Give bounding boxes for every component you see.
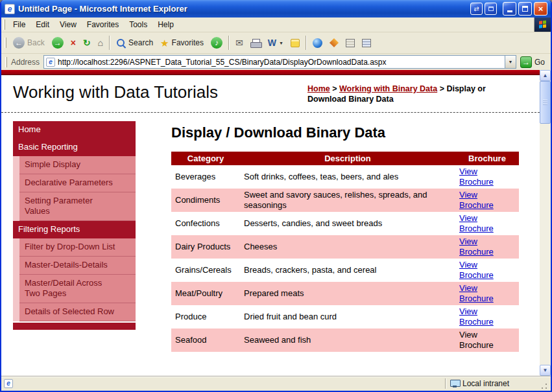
close-icon: × (538, 4, 544, 14)
stop-button[interactable]: × (67, 36, 79, 49)
title-bar[interactable]: e Untitled Page - Microsoft Internet Exp… (1, 0, 551, 17)
arrow-up-icon: ▲ (543, 73, 548, 78)
cell-category: Beverages (171, 165, 240, 189)
view-brochure-link[interactable]: View Brochure (459, 260, 497, 281)
sidebar-item-simple-display[interactable]: Simple Display (19, 156, 136, 174)
tools-grid-button[interactable] (359, 37, 374, 49)
toolbar-grip[interactable] (5, 38, 6, 48)
back-button[interactable]: ← Back (10, 35, 48, 51)
swap-arrows-icon: ⇄ (474, 5, 479, 12)
resize-grip[interactable] (540, 382, 548, 391)
bolt-icon (330, 38, 339, 47)
forward-button[interactable]: → (49, 35, 67, 51)
address-input[interactable]: e http://localhost:2296/ASPNET_Data_Tuto… (43, 55, 516, 69)
menu-item-edit[interactable]: Edit (30, 18, 54, 31)
table-row: CondimentsSweet and savory sauces, relis… (171, 189, 519, 212)
scroll-up-button[interactable]: ▲ (540, 70, 551, 81)
main-content: Display / Download Binary Data CategoryD… (171, 121, 519, 352)
sidebar-item-partial[interactable] (13, 323, 136, 330)
security-zone-label: Local intranet (462, 379, 509, 388)
menu-item-file[interactable]: File (8, 18, 30, 31)
cell-description: Soft drinks, coffees, teas, beers, and a… (240, 165, 455, 189)
scroll-down-button[interactable]: ▼ (540, 365, 551, 376)
toolbar-grip[interactable] (5, 57, 7, 67)
edit-with-word-button[interactable]: W ▼ (265, 36, 287, 49)
cell-brochure: View Brochure (455, 165, 519, 189)
sidebar-item-filtering-reports[interactable]: Filtering Reports (13, 221, 136, 238)
breadcrumb-link[interactable]: Home (307, 84, 330, 93)
web-page: Working with Data Tutorials Home > Worki… (1, 70, 540, 376)
sidebar-item-basic-reporting[interactable]: Basic Reporting (13, 139, 136, 156)
messenger-button[interactable] (309, 36, 326, 50)
breadcrumb-separator: > (330, 84, 339, 93)
mail-button[interactable]: ✉ (232, 36, 246, 49)
go-button[interactable]: → Go (516, 56, 549, 68)
address-label: Address (11, 58, 40, 67)
menu-item-tools[interactable]: Tools (124, 18, 152, 31)
media-button[interactable]: ♪ (208, 35, 226, 51)
arrow-down-icon: ▼ (543, 367, 548, 373)
home-button[interactable]: ⌂ (95, 36, 106, 49)
status-separator (445, 378, 446, 389)
media-icon: ♪ (211, 37, 222, 49)
view-brochure-link[interactable]: View Brochure (459, 190, 497, 211)
view-brochure-link[interactable]: View Brochure (459, 213, 497, 234)
favorites-star-icon: ★ (160, 38, 169, 48)
scroll-thumb[interactable] (540, 81, 551, 124)
print-button[interactable] (247, 37, 264, 49)
menu-bar: FileEditViewFavoritesToolsHelp (1, 17, 551, 32)
sidebar-item-master-details-details[interactable]: Master-Details-Details (19, 257, 136, 275)
minimize-button[interactable] (503, 2, 516, 16)
maximize-button[interactable] (518, 2, 532, 16)
favorites-button[interactable]: ★ Favorites (157, 36, 207, 50)
back-label: Back (27, 38, 45, 47)
close-button[interactable]: × (534, 2, 547, 16)
breadcrumb: Home > Working with Binary Data > Displa… (307, 84, 523, 104)
sidebar-item-filter-by-drop-down-list[interactable]: Filter by Drop-Down List (19, 238, 136, 257)
word-icon: W (268, 38, 276, 47)
cell-brochure: View Brochure (455, 235, 519, 259)
address-dropdown-button[interactable]: ▼ (505, 56, 516, 68)
sidebar-item-details-of-selected-row[interactable]: Details of Selected Row (19, 303, 136, 321)
sidebar-item-home[interactable]: Home (13, 121, 136, 139)
home-icon: ⌂ (98, 38, 103, 47)
discuss-button[interactable] (287, 37, 303, 49)
menu-item-help[interactable]: Help (152, 18, 179, 31)
search-button[interactable]: Search (113, 36, 156, 50)
vertical-scrollbar[interactable]: ▲ ▼ (540, 70, 551, 376)
cell-category: Dairy Products (171, 235, 240, 259)
calculator-icon (346, 39, 355, 47)
quick-launch-button[interactable] (326, 36, 342, 49)
windows-flag-icon (539, 20, 547, 29)
cell-category: Confections (171, 212, 240, 235)
minimize-icon (507, 10, 512, 12)
menu-item-favorites[interactable]: Favorites (82, 18, 124, 31)
table-row: Meat/PoultryPrepared meatsView Brochure (171, 282, 519, 305)
view-brochure-link[interactable]: View Brochure (459, 283, 497, 304)
print-icon (250, 39, 261, 47)
window-mode-button[interactable] (485, 3, 497, 15)
sidebar-item-master-detail-across-two-pages[interactable]: Master/Detail Across Two Pages (19, 275, 136, 303)
page-body: HomeBasic ReportingSimple DisplayDeclara… (1, 113, 540, 352)
sidebar-item-setting-parameter-values[interactable]: Setting Parameter Values (19, 192, 136, 221)
breadcrumb-link[interactable]: Working with Binary Data (339, 84, 437, 93)
favorites-label: Favorites (172, 38, 204, 47)
cell-brochure: View Brochure (455, 189, 519, 212)
menu-item-view[interactable]: View (54, 18, 82, 31)
refresh-button[interactable]: ↻ (80, 36, 94, 49)
toolbar-grip[interactable] (3, 19, 5, 30)
research-button[interactable] (342, 37, 358, 49)
view-brochure-link[interactable]: View Brochure (459, 236, 497, 257)
table-row: ProduceDried fruit and bean curdView Bro… (171, 305, 519, 329)
view-brochure-link[interactable]: View Brochure (459, 167, 497, 187)
globe-icon (313, 38, 322, 48)
address-bar: Address e http://localhost:2296/ASPNET_D… (1, 54, 551, 70)
cell-brochure: View Brochure (455, 305, 519, 329)
windows-throbber-icon (534, 17, 551, 32)
screen-toggle-button[interactable]: ⇄ (470, 3, 483, 15)
sidebar-item-declarative-parameters[interactable]: Declarative Parameters (19, 174, 136, 192)
grid-icon (362, 39, 371, 47)
forward-icon: → (52, 37, 64, 49)
view-brochure-link[interactable]: View Brochure (459, 306, 497, 327)
cell-category: Produce (171, 305, 240, 329)
